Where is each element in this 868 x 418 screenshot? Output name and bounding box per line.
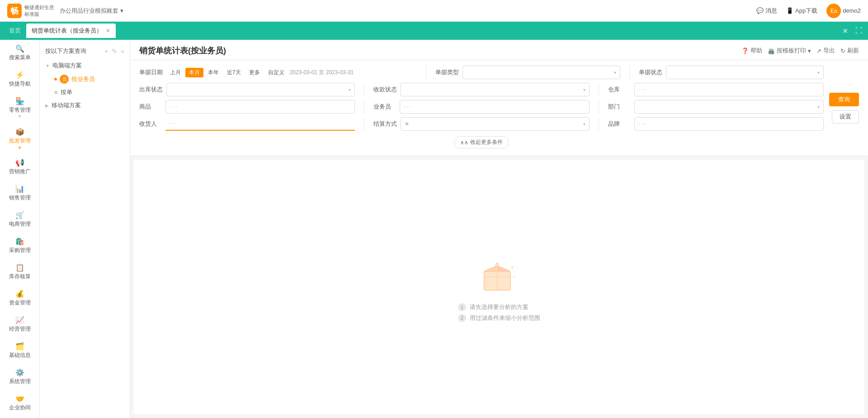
- filter-doc-type: 单据类型 ▾: [435, 66, 620, 79]
- collapse-panel-icon[interactable]: «: [121, 48, 124, 55]
- message-nav-item[interactable]: 💬 消息: [756, 7, 777, 15]
- sidebar-item-quick-nav[interactable]: ⚡ 快捷导航: [0, 66, 39, 92]
- filter-receipt-status: 收款状态 ▾: [373, 83, 589, 96]
- date-btn-more[interactable]: 更多: [245, 68, 264, 77]
- filter-consignee: 收货人 ···: [139, 117, 355, 131]
- date-btn-custom[interactable]: 自定义: [264, 68, 288, 77]
- system-icon: ⚙️: [2, 368, 38, 377]
- tree-item-desktop[interactable]: ▼ 电脑端方案: [40, 59, 130, 72]
- export-btn[interactable]: ↗ 导出: [816, 47, 835, 55]
- avatar: Ea: [826, 4, 841, 18]
- sidebar-item-marketing[interactable]: 📢 营销推广: [0, 154, 39, 180]
- filter-panel: 单据日期 上月 本月 本年 近7天 更多 自定义: [130, 60, 868, 156]
- ecommerce-icon: 🛒: [2, 211, 38, 219]
- add-scheme-icon[interactable]: +: [104, 48, 108, 55]
- date-btn-7days[interactable]: 近7天: [223, 68, 245, 77]
- marketing-icon: 📢: [2, 158, 38, 167]
- action-buttons: 查询 设置: [824, 66, 859, 150]
- print-icon: 🖨️: [768, 48, 775, 54]
- tab-home[interactable]: 首页: [4, 24, 26, 38]
- sidebar-item-retail[interactable]: 🏪 零售管理 ▼: [0, 92, 39, 123]
- filter-row-3: 商品 ··· 业务员 ···: [139, 100, 824, 114]
- warehouse-control[interactable]: ···: [634, 83, 824, 96]
- out-status-arrow-icon: ▾: [349, 87, 351, 92]
- settlement-control[interactable]: ✕ ▾: [401, 117, 589, 131]
- collapse-button[interactable]: ∧∧ 收起更多条件: [454, 136, 509, 148]
- sidebar-item-search[interactable]: 🔍 搜索菜单: [0, 40, 39, 66]
- date-filter-area: 上月 本月 本年 近7天 更多 自定义 2023-03-01 至 2023-03…: [166, 68, 417, 77]
- brand-control[interactable]: ···: [634, 117, 824, 131]
- salesman-control[interactable]: ···: [400, 100, 589, 114]
- user-nav-item[interactable]: Ea demo2: [826, 4, 861, 18]
- tree-desktop-scheme: ▼ 电脑端方案 员 按业务员 ≡ 按单: [40, 59, 130, 99]
- svg-point-6: [481, 272, 483, 274]
- date-btn-last-month[interactable]: 上月: [166, 68, 184, 77]
- tab-close-window-icon[interactable]: ✕: [840, 25, 850, 37]
- tab-sales-stat[interactable]: 销货单统计表（按业务员） ✕: [26, 24, 116, 38]
- breadcrumb: 办公用品行业模拟账套 ▾: [60, 7, 123, 15]
- tab-bar-actions: ✕ ⛶: [840, 25, 864, 37]
- empty-icon: [476, 252, 522, 298]
- tab-close-icon[interactable]: ✕: [106, 28, 110, 34]
- goods-label: 商品: [139, 103, 162, 111]
- refresh-btn[interactable]: ↻ 刷新: [840, 47, 859, 55]
- sidebar-item-operations[interactable]: 📈 经营管理: [0, 311, 39, 337]
- top-header: 畅 畅捷通好生意 标准版 办公用品行业模拟账套 ▾ 💬 消息 📱 App下载 E…: [0, 0, 868, 22]
- doc-type-control[interactable]: ▾: [462, 66, 620, 79]
- sidebar-item-ecommerce[interactable]: 🛒 电商管理: [0, 206, 39, 233]
- filter-date: 单据日期 上月 本月 本年 近7天 更多 自定义: [139, 68, 417, 77]
- template-print-arrow-icon: ▾: [808, 48, 811, 54]
- filter-warehouse: 仓库 ···: [608, 83, 824, 96]
- app-download-nav-item[interactable]: 📱 App下载: [786, 7, 817, 15]
- sidebar-item-enterprise[interactable]: 🤝 企业协同: [0, 390, 39, 416]
- template-print-btn[interactable]: 🖨️ 按模板打印 ▾: [768, 47, 811, 55]
- logo-icon: 畅: [7, 4, 22, 18]
- breadcrumb-arrow-icon[interactable]: ▾: [120, 7, 123, 14]
- out-status-control[interactable]: ▾: [166, 83, 355, 96]
- edit-scheme-icon[interactable]: ✎: [112, 48, 117, 55]
- tree-sub-item-salesman[interactable]: 员 按业务员: [49, 72, 130, 86]
- sidebar: 🔍 搜索菜单 ⚡ 快捷导航 🏪 零售管理 ▼ 📦 批发管理 ▲ 📢 营销推广 📊…: [0, 40, 40, 418]
- filter-goods: 商品 ···: [139, 100, 355, 114]
- doc-status-control[interactable]: ▾: [666, 66, 824, 79]
- sidebar-item-inventory[interactable]: 📋 库存核算: [0, 259, 39, 285]
- doc-status-label: 单据状态: [639, 68, 662, 76]
- page-header: 销货单统计表(按业务员) ❓ 帮助 🖨️ 按模板打印 ▾ ↗ 导出: [130, 40, 868, 60]
- date-btn-this-month[interactable]: 本月: [185, 68, 203, 77]
- tree-mobile-label: 移动端方案: [52, 101, 81, 109]
- sidebar-item-wholesale[interactable]: 📦 批发管理 ▲: [0, 123, 39, 154]
- tree-sub-order-label: 按单: [61, 88, 72, 96]
- goods-control[interactable]: ···: [165, 100, 355, 114]
- tab-home-label: 首页: [9, 27, 21, 35]
- query-button[interactable]: 查询: [829, 93, 859, 106]
- sidebar-item-sales[interactable]: 📊 销售管理: [0, 180, 39, 206]
- help-btn[interactable]: ❓ 帮助: [741, 47, 762, 55]
- logo-area: 畅 畅捷通好生意 标准版: [7, 4, 54, 18]
- logo-text: 畅捷通好生意 标准版: [24, 4, 54, 17]
- filter-doc-status: 单据状态 ▾: [639, 66, 824, 79]
- date-range-text: 2023-03-01 至 2023-03-31: [290, 69, 354, 76]
- filter-row-4: 收货人 ··· 结算方式 ✕ ▾: [139, 117, 824, 131]
- department-control[interactable]: ▾: [634, 100, 824, 114]
- tree-sub-salesman-label: 按业务员: [71, 75, 95, 83]
- tree-desktop-arrow-icon: ▼: [45, 63, 50, 68]
- sidebar-item-system[interactable]: ⚙️ 系统管理: [0, 364, 39, 390]
- date-btn-this-year[interactable]: 本年: [204, 68, 222, 77]
- consignee-control[interactable]: ···: [165, 117, 355, 131]
- filter-department: 部门 ▾: [608, 100, 824, 114]
- tree-item-mobile[interactable]: ▶ 移动端方案: [40, 99, 130, 112]
- tree-sub-item-order[interactable]: ≡ 按单: [49, 86, 130, 99]
- sidebar-item-purchase[interactable]: 🛍️ 采购管理: [0, 233, 39, 259]
- divider-2: [629, 66, 630, 79]
- tip-num-1: 1: [458, 303, 466, 311]
- date-filter-label: 单据日期: [139, 68, 163, 76]
- sidebar-item-newbie[interactable]: 🎯 新手引导: [0, 416, 39, 418]
- receipt-status-control[interactable]: ▾: [401, 83, 589, 96]
- out-status-label: 出库状态: [139, 86, 163, 94]
- sidebar-item-basic[interactable]: 🗂️ 基础信息: [0, 337, 39, 364]
- setting-button[interactable]: 设置: [832, 110, 859, 124]
- sidebar-item-finance[interactable]: 💰 资金管理: [0, 285, 39, 311]
- tab-expand-icon[interactable]: ⛶: [854, 25, 864, 37]
- app-download-icon: 📱: [786, 7, 793, 14]
- settlement-clear-icon[interactable]: ✕: [405, 121, 409, 127]
